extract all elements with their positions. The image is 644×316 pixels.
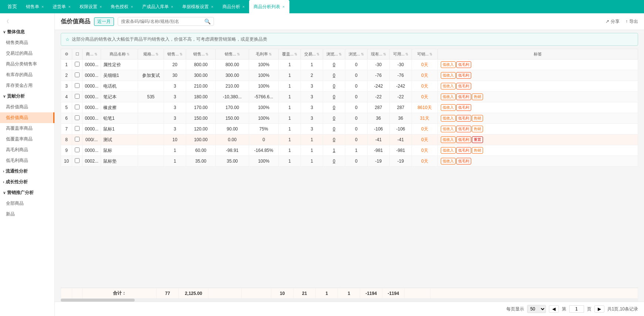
th-name[interactable]: 商品名称⇅	[101, 49, 138, 60]
th-profit[interactable]: 毛利率⇅	[249, 49, 279, 60]
th-s2[interactable]: 销售...⇅	[186, 49, 216, 60]
nav-item-1[interactable]: 进货单×	[48, 0, 75, 13]
cell-check[interactable]	[72, 81, 83, 92]
cell-code: 0000...	[83, 124, 101, 135]
nav-home[interactable]: 首页	[3, 0, 21, 13]
cell-browse1[interactable]: 0	[323, 102, 345, 113]
th-code[interactable]: 商...⇅	[83, 49, 101, 60]
th-browse2[interactable]: 浏览...⇅	[345, 49, 368, 60]
browse-link[interactable]: 0	[333, 126, 335, 132]
export-icon: ↑	[625, 19, 628, 24]
sidebar-group-overall[interactable]: ∨整体信息	[0, 27, 54, 37]
cell-browse1[interactable]: 0	[323, 124, 345, 135]
sidebar-item-category-sales-rate[interactable]: 商品分类销售率	[0, 59, 54, 69]
table-wrapper[interactable]: ⚙ ☐ 商...⇅ 商品名称⇅ 规格...⇅ 销售...⇅ 销售...⇅ 销售.…	[61, 49, 638, 288]
nav-item-3[interactable]: 角色授权×	[106, 0, 137, 13]
cell-check[interactable]	[72, 113, 83, 124]
browse-link[interactable]: 0	[333, 62, 335, 67]
cell-check[interactable]	[72, 60, 83, 70]
browse-link[interactable]: 0	[333, 137, 335, 142]
next-page-btn[interactable]: ▶	[594, 305, 604, 313]
scrollbar-thumb[interactable]	[61, 299, 135, 302]
per-page-select[interactable]: 50 20 100	[527, 305, 546, 313]
sidebar-item-low-profit[interactable]: 低毛利商品	[0, 155, 54, 166]
sidebar-item-new-goods[interactable]: 新品	[0, 209, 54, 220]
horizontal-scrollbar[interactable]	[61, 299, 638, 302]
cell-browse1[interactable]: 0	[323, 156, 345, 167]
cell-check[interactable]	[72, 124, 83, 135]
close-icon-1[interactable]: ×	[68, 4, 70, 9]
nav-item-5[interactable]: 单据模板设置×	[178, 0, 218, 13]
th-trade[interactable]: 交易...⇅	[301, 49, 323, 60]
search-icon[interactable]: 🔍	[204, 18, 211, 24]
search-input[interactable]	[121, 19, 203, 24]
close-icon-6[interactable]: ×	[242, 4, 245, 9]
close-icon-4[interactable]: ×	[171, 4, 173, 9]
th-stock2[interactable]: 可用...⇅	[390, 49, 412, 60]
browse-link[interactable]: 1	[333, 148, 335, 153]
cell-check[interactable]	[72, 102, 83, 113]
cell-profit: 100%	[249, 113, 279, 124]
cell-cov: 1	[279, 156, 301, 167]
sidebar-group-marketing[interactable]: ∨营销推广分析	[0, 187, 54, 198]
filter-tag-recent[interactable]: 近一月	[94, 17, 114, 26]
th-spec[interactable]: 规格...⇅	[138, 49, 164, 60]
th-s3[interactable]: 销售...⇅	[216, 49, 249, 60]
nav-item-6[interactable]: 商品分析×	[218, 0, 249, 13]
th-s1[interactable]: 销售...⇅	[164, 49, 186, 60]
browse-link[interactable]: 0	[333, 116, 335, 121]
cell-browse1[interactable]: 0	[323, 81, 345, 92]
close-icon-0[interactable]: ×	[41, 4, 44, 9]
th-cov[interactable]: 覆盖...⇅	[279, 49, 301, 60]
nav-item-4[interactable]: 产成品入库单×	[138, 0, 178, 13]
browse-link[interactable]: 0	[333, 94, 335, 99]
sidebar-item-sales-goods[interactable]: 销售类商品	[0, 37, 54, 48]
nav-item-0[interactable]: 销售单×	[21, 0, 48, 13]
sidebar-item-all-goods[interactable]: 全部商品	[0, 198, 54, 209]
sidebar-item-high-value[interactable]: 高价值商品	[0, 102, 54, 112]
th-stock1[interactable]: 现有...⇅	[368, 49, 390, 60]
browse-link[interactable]: 0	[333, 73, 335, 78]
cell-check[interactable]	[72, 92, 83, 102]
page-input[interactable]	[569, 305, 584, 313]
close-icon-3[interactable]: ×	[131, 4, 133, 9]
nav-item-2[interactable]: 权限设置×	[75, 0, 106, 13]
th-checkbox[interactable]: ☐	[72, 49, 83, 60]
share-button[interactable]: ↗ 分享	[606, 18, 620, 25]
cell-browse1[interactable]: 0	[323, 135, 345, 145]
nav-item-7[interactable]: 商品分析列表×	[249, 0, 289, 13]
cell-browse1[interactable]: 1	[323, 145, 345, 156]
export-button[interactable]: ↑ 导出	[625, 18, 638, 25]
browse-link[interactable]: 0	[333, 84, 335, 89]
sidebar-item-high-profit[interactable]: 高毛利商品	[0, 145, 54, 155]
sidebar-item-low-value[interactable]: 低价值商品	[0, 112, 54, 123]
th-settings[interactable]: ⚙	[61, 49, 72, 60]
th-tags[interactable]: 标签	[438, 49, 638, 60]
th-stock3[interactable]: 可销...⇅	[412, 49, 438, 60]
close-icon-7[interactable]: ×	[282, 4, 285, 9]
sidebar-item-low-coverage[interactable]: 低覆盖率商品	[0, 134, 54, 145]
sidebar-group-contribution[interactable]: ∨贡献分析	[0, 91, 54, 102]
prev-page-btn[interactable]: ◀	[549, 305, 559, 313]
cell-check[interactable]	[72, 156, 83, 167]
cell-check[interactable]	[72, 145, 83, 156]
cell-browse1[interactable]: 0	[323, 60, 345, 70]
cell-browse1[interactable]: 0	[323, 113, 345, 124]
sidebar-group-growth[interactable]: ›成长性分析	[0, 177, 54, 187]
browse-link[interactable]: 0	[333, 105, 335, 110]
sidebar-group-circulation[interactable]: ›流通性分析	[0, 166, 54, 177]
sidebar-item-stocked-goods[interactable]: 有库存的商品	[0, 69, 54, 80]
cell-check[interactable]	[72, 135, 83, 145]
sidebar-item-high-coverage[interactable]: 高覆盖率商品	[0, 123, 54, 134]
browse-link[interactable]: 0	[333, 159, 335, 164]
cell-browse1[interactable]: 0	[323, 92, 345, 102]
cell-spec	[138, 135, 164, 145]
sidebar-item-traded-goods[interactable]: 交易过的商品	[0, 48, 54, 59]
sidebar-collapse-btn[interactable]: 《	[3, 18, 10, 25]
close-icon-5[interactable]: ×	[211, 4, 213, 9]
sidebar-item-stock-capital[interactable]: 库存资金占用	[0, 80, 54, 91]
th-browse1[interactable]: 浏览...⇅	[323, 49, 345, 60]
close-icon-2[interactable]: ×	[100, 4, 102, 9]
cell-browse1[interactable]: 0	[323, 70, 345, 81]
cell-check[interactable]	[72, 70, 83, 81]
